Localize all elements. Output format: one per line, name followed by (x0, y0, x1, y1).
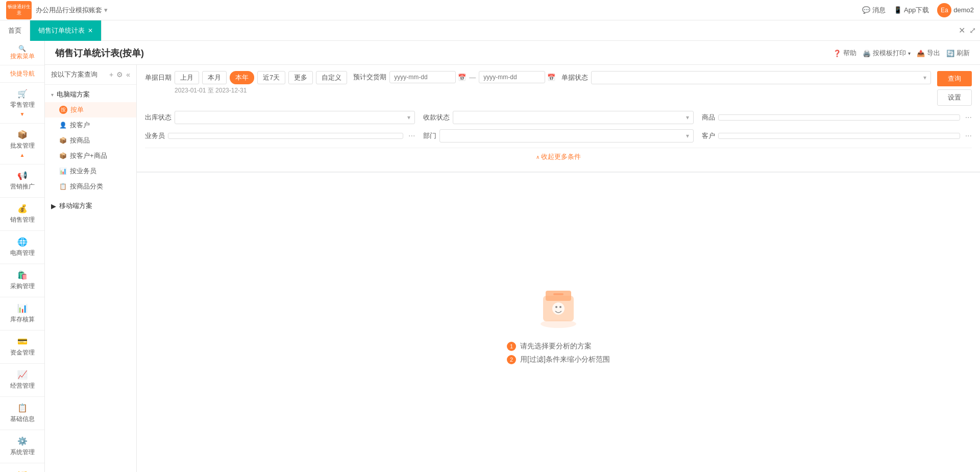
scheme-by-order-icon: 按 (59, 106, 67, 114)
print-dropdown-icon: ▾ (908, 51, 911, 56)
settings-btn[interactable]: 设置 (937, 89, 972, 106)
svg-point-4 (555, 306, 557, 308)
sidebar-item-marketing[interactable]: 📢 营销推广 (0, 164, 44, 198)
topbar: 畅捷通好生意 办公用品行业模拟账套 ▾ 💬 消息 📱 App下载 Ea demo… (0, 0, 980, 20)
pc-scheme-section-title[interactable]: ▾ 电脑端方案 (45, 87, 136, 102)
refresh-btn[interactable]: 🔄 刷新 (946, 49, 970, 58)
scheme-by-order[interactable]: 按 按单 (45, 102, 136, 117)
salesperson-more-icon[interactable]: ··· (408, 131, 415, 140)
status-chevron-icon: ▾ (923, 74, 926, 81)
system-icon: ⚙️ (17, 436, 28, 446)
date-more-btn[interactable]: 更多 (288, 71, 313, 84)
svg-point-5 (559, 306, 561, 308)
sidebar-item-inventory[interactable]: 📊 库存核算 (0, 297, 44, 331)
sidebar-item-wholesale[interactable]: 📦 批发管理 ▲ (0, 124, 44, 164)
scheme-by-product[interactable]: 📦 按商品 (45, 133, 136, 148)
scheme-collapse-btn[interactable]: « (126, 70, 130, 79)
mobile-scheme-section: ▶ 移动端方案 (45, 198, 136, 214)
date-end-calendar-icon[interactable]: 📅 (547, 74, 555, 81)
salesperson-input[interactable] (168, 133, 403, 139)
ship-chevron-icon: ▾ (407, 114, 410, 121)
content-area: 销售订单统计表(按单) ❓ 帮助 🖨️ 按模板打印 ▾ 📤 导出 🔄 刷新 (45, 41, 980, 472)
expected-date-end-input[interactable] (479, 71, 545, 83)
tab-sales-stats[interactable]: 销售订单统计表 ✕ (30, 20, 102, 41)
inventory-icon: 📊 (17, 303, 28, 313)
close-window-btn[interactable]: ✕ (959, 26, 965, 35)
query-btn[interactable]: 查询 (937, 71, 972, 86)
sidebar-item-operations[interactable]: 📈 经营管理 (0, 364, 44, 397)
scheme-panel-header: 按以下方案查询 + ⚙ « (45, 65, 136, 85)
scheme-by-customer-product[interactable]: 📦 按客户+商品 (45, 148, 136, 163)
print-btn[interactable]: 🖨️ 按模板打印 ▾ (863, 49, 911, 58)
payment-status-select[interactable]: ▾ (453, 111, 693, 124)
tab-home[interactable]: 首页 (0, 20, 30, 41)
payment-status-label: 收款状态 (423, 113, 450, 122)
collapse-btn[interactable]: ∧ 收起更多条件 (145, 148, 972, 166)
topbar-right: 💬 消息 📱 App下载 Ea demo2 (862, 3, 974, 17)
filter-results: 单据日期 上月 本月 本年 近7天 更多 自定义 2023-01-01 至 20… (137, 65, 980, 472)
tabbar-actions: ✕ ⤢ (959, 26, 980, 35)
scheme-settings-btn[interactable]: ⚙ (116, 70, 123, 79)
sidebar-quick-nav[interactable]: 快捷导航 (0, 65, 44, 83)
workspace-selector[interactable]: 办公用品行业模拟账套 ▾ (36, 6, 108, 15)
date-last7-btn[interactable]: 近7天 (257, 71, 285, 84)
date-custom-btn[interactable]: 自定义 (316, 71, 347, 84)
sidebar-item-ecommerce[interactable]: 🌐 电商管理 (0, 231, 44, 264)
topbar-left: 畅捷通好生意 办公用品行业模拟账套 ▾ (6, 1, 108, 19)
mobile-scheme-section-title[interactable]: ▶ 移动端方案 (45, 198, 136, 214)
date-this-month-btn[interactable]: 本月 (202, 71, 227, 84)
by-product-icon: 📦 (59, 137, 67, 144)
user-menu[interactable]: Ea demo2 (937, 3, 974, 17)
collapse-icon: ∧ (536, 154, 541, 160)
app-download-btn[interactable]: 📱 App下载 (894, 6, 929, 15)
sidebar-item-system[interactable]: ⚙️ 系统管理 (0, 430, 44, 463)
sidebar-item-collab[interactable]: 🤝 企业协同 (0, 463, 44, 472)
department-select[interactable]: ▾ (439, 129, 693, 143)
sidebar-item-purchase[interactable]: 🛍️ 采购管理 (0, 264, 44, 297)
date-label: 单据日期 (145, 73, 172, 82)
action-buttons: 查询 设置 (937, 71, 972, 106)
empty-tip-1: 1 请先选择要分析的方案 (507, 342, 610, 351)
date-range-text: 2023-01-01 至 2023-12-31 (145, 86, 347, 95)
expected-date-start-input[interactable] (389, 71, 456, 83)
by-salesperson-icon: 📊 (59, 168, 67, 175)
scheme-by-customer[interactable]: 👤 按客户 (45, 117, 136, 133)
sidebar-item-retail[interactable]: 🛒 零售管理 ▼ (0, 83, 44, 124)
print-icon: 🖨️ (863, 50, 871, 57)
add-scheme-btn[interactable]: + (109, 70, 113, 79)
date-last-month-btn[interactable]: 上月 (175, 71, 199, 84)
customer-input[interactable] (718, 133, 960, 139)
collab-icon: 🤝 (17, 469, 28, 472)
customer-more-icon[interactable]: ··· (965, 131, 972, 140)
ship-status-label: 出库状态 (145, 113, 172, 122)
scheme-by-category[interactable]: 📋 按商品分类 (45, 179, 136, 194)
avatar: Ea (937, 3, 951, 17)
svg-rect-6 (553, 293, 564, 295)
body-layout: 按以下方案查询 + ⚙ « ▾ 电脑端方案 按 按单 (45, 65, 980, 472)
sidebar-item-sales[interactable]: 💰 销售管理 (0, 198, 44, 231)
retail-icon: 🛒 (17, 89, 28, 99)
sidebar-search[interactable]: 🔍 搜索菜单 (0, 41, 44, 65)
tab-close-icon[interactable]: ✕ (88, 27, 93, 34)
export-btn[interactable]: 📤 导出 (917, 49, 940, 58)
goods-input[interactable] (718, 114, 960, 121)
sidebar-item-basic[interactable]: 📋 基础信息 (0, 397, 44, 430)
help-btn[interactable]: ❓ 帮助 (833, 49, 856, 58)
sidebar: 🔍 搜索菜单 快捷导航 🛒 零售管理 ▼ 📦 批发管理 ▲ 📢 营销推广 💰 销… (0, 41, 45, 472)
sidebar-item-finance[interactable]: 💳 资金管理 (0, 331, 44, 364)
expand-window-btn[interactable]: ⤢ (969, 26, 976, 35)
dept-chevron-icon: ▾ (686, 132, 689, 139)
expected-date-label: 预计交货期 (353, 73, 386, 82)
date-start-calendar-icon[interactable]: 📅 (458, 74, 466, 81)
status-select[interactable]: ▾ (591, 71, 931, 84)
goods-more-icon[interactable]: ··· (965, 113, 972, 122)
message-btn[interactable]: 💬 消息 (862, 6, 886, 15)
pc-scheme-section: ▾ 电脑端方案 按 按单 👤 按客户 📦 按商品 (45, 85, 136, 196)
page-header-actions: ❓ 帮助 🖨️ 按模板打印 ▾ 📤 导出 🔄 刷新 (833, 49, 970, 58)
date-this-year-btn[interactable]: 本年 (230, 71, 254, 84)
scheme-by-salesperson[interactable]: 📊 按业务员 (45, 163, 136, 179)
empty-tip-2: 2 用[过滤]条件来缩小分析范围 (507, 355, 610, 364)
expected-date-end: 📅 (479, 71, 555, 83)
ship-status-select[interactable]: ▾ (175, 111, 415, 124)
customer-label: 客户 (702, 131, 715, 140)
